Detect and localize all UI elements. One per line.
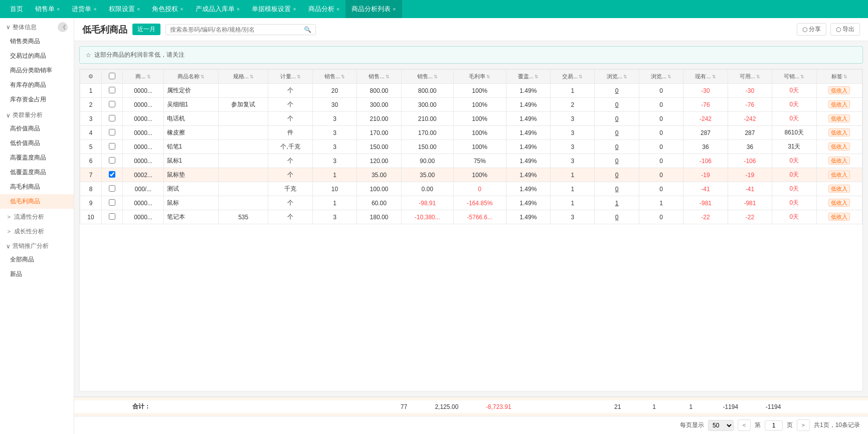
nav-purchase-close[interactable]: ×: [93, 6, 96, 12]
nav-template-close[interactable]: ×: [293, 6, 296, 12]
row-tag: 低收入: [816, 140, 862, 154]
page-label: 第: [755, 421, 761, 429]
sidebar-collapse-btn[interactable]: 《: [58, 22, 68, 32]
col-gross-margin[interactable]: 毛利率⇅: [453, 70, 506, 84]
row-view1[interactable]: 0: [595, 182, 639, 196]
row-checkbox[interactable]: [102, 210, 123, 224]
nav-template-settings[interactable]: 单据模板设置 ×: [246, 0, 302, 18]
col-tag[interactable]: 标签⇅: [816, 70, 862, 84]
row-checkbox[interactable]: [102, 140, 123, 154]
sidebar-item-all-goods[interactable]: 全部商品: [0, 252, 74, 267]
nav-purchase[interactable]: 进货单 ×: [66, 0, 102, 18]
sidebar-group-marketing[interactable]: ∨ 营销推广分析: [0, 238, 74, 252]
select-all-checkbox[interactable]: [109, 73, 115, 79]
date-filter-button[interactable]: 近一月: [132, 24, 160, 35]
row-saleable: 0天: [772, 168, 816, 182]
sidebar-item-sales-goods[interactable]: 销售类商品: [0, 34, 74, 49]
sidebar-item-low-coverage[interactable]: 低覆盖度商品: [0, 165, 74, 180]
row-index: 7: [80, 168, 102, 182]
row-checkbox[interactable]: [102, 182, 123, 196]
nav-sales-close[interactable]: ×: [57, 6, 60, 12]
export-button[interactable]: ⬡ 导出: [830, 23, 860, 36]
col-available[interactable]: 可用...⇅: [728, 70, 772, 84]
nav-product-analysis[interactable]: 商品分析 ×: [302, 0, 345, 18]
row-view1[interactable]: 0: [595, 84, 639, 98]
row-view1[interactable]: 0: [595, 140, 639, 154]
nav-roles[interactable]: 角色授权 ×: [146, 0, 189, 18]
sidebar-item-low-value[interactable]: 低价值商品: [0, 136, 74, 151]
row-checkbox[interactable]: [102, 126, 123, 140]
prev-page-btn[interactable]: ＜: [738, 419, 751, 431]
nav-analysis-close[interactable]: ×: [336, 6, 339, 12]
nav-sales[interactable]: 销售单 ×: [29, 0, 66, 18]
sidebar-group-overall[interactable]: ∨ 整体信息 《: [0, 18, 74, 34]
nav-analysis-list[interactable]: 商品分析列表 ×: [345, 0, 402, 18]
per-page-select[interactable]: 50 100 200: [708, 420, 734, 431]
totals-available: -1194: [752, 400, 794, 413]
row-view1[interactable]: 0: [595, 112, 639, 126]
sidebar-item-low-margin[interactable]: 低毛利商品: [0, 194, 74, 209]
col-coverage[interactable]: 覆盖...⇅: [506, 70, 550, 84]
search-icon[interactable]: 🔍: [304, 26, 311, 33]
current-page-input[interactable]: [765, 420, 783, 430]
nav-product-entry[interactable]: 产成品入库单 ×: [190, 0, 246, 18]
nav-roles-close[interactable]: ×: [180, 6, 183, 12]
sidebar-group-growth[interactable]: ＞ 成长性分析: [0, 223, 74, 238]
sidebar-item-stocked-goods[interactable]: 有库存的商品: [0, 78, 74, 92]
row-trade: 3: [551, 210, 595, 224]
row-checkbox[interactable]: [102, 112, 123, 126]
table-row: 2 0000... 吴细细1 参加复试 个 30 300.00 300.00 1…: [80, 98, 862, 112]
sidebar-item-capital[interactable]: 库存资金占用: [0, 92, 74, 107]
sidebar-item-traded-goods[interactable]: 交易过的商品: [0, 49, 74, 63]
search-input[interactable]: [170, 26, 302, 33]
nav-permissions-close[interactable]: ×: [137, 6, 140, 12]
row-checkbox[interactable]: [102, 154, 123, 168]
nav-home[interactable]: 首页: [4, 0, 29, 18]
row-spec: [218, 84, 268, 98]
nav-product-entry-close[interactable]: ×: [237, 6, 240, 12]
col-unit[interactable]: 计量...⇅: [268, 70, 312, 84]
table-row: 7 0002... 鼠标垫 个 1 35.00 35.00 100% 1.49%…: [80, 168, 862, 182]
row-view1[interactable]: 0: [595, 154, 639, 168]
warning-banner: ☆ 这部分商品的利润非常低，请关注: [79, 46, 863, 64]
row-spec: [218, 182, 268, 196]
col-sale-amount[interactable]: 销售...⇅: [401, 70, 453, 84]
row-checkbox[interactable]: [102, 168, 123, 182]
row-code: 0000...: [123, 84, 163, 98]
row-checkbox[interactable]: [102, 98, 123, 112]
col-current-stock[interactable]: 现有...⇅: [683, 70, 728, 84]
row-view1[interactable]: 0: [595, 126, 639, 140]
col-view2[interactable]: 浏览...⇅: [639, 70, 683, 84]
sidebar-item-high-value[interactable]: 高价值商品: [0, 121, 74, 136]
sidebar-group-cluster[interactable]: ∨ 类群量分析: [0, 107, 74, 121]
row-view1[interactable]: 0: [595, 168, 639, 182]
sidebar-item-high-margin[interactable]: 高毛利商品: [0, 180, 74, 194]
row-checkbox[interactable]: [102, 84, 123, 98]
row-sale-qty: 3: [312, 140, 357, 154]
nav-permissions[interactable]: 权限设置 ×: [103, 0, 146, 18]
col-checkbox[interactable]: [102, 70, 123, 84]
col-gear[interactable]: ⚙: [80, 70, 102, 84]
col-view1[interactable]: 浏览...⇅: [595, 70, 639, 84]
next-page-btn[interactable]: ＞: [797, 419, 810, 431]
col-sale-price[interactable]: 销售...⇅: [357, 70, 401, 84]
sidebar-item-category-rate[interactable]: 商品分类助销率: [0, 63, 74, 78]
share-button[interactable]: ⬡ 分享: [797, 23, 826, 36]
row-checkbox[interactable]: [102, 196, 123, 210]
row-view1[interactable]: 1: [595, 196, 639, 210]
row-view1[interactable]: 0: [595, 210, 639, 224]
nav-analysis-list-close[interactable]: ×: [393, 6, 396, 12]
col-name[interactable]: 商品名称⇅: [163, 70, 218, 84]
col-sale-qty[interactable]: 销售...⇅: [312, 70, 357, 84]
sidebar-item-new-goods[interactable]: 新品: [0, 267, 74, 281]
sidebar-group-circulation[interactable]: ＞ 流通性分析: [0, 209, 74, 223]
row-gross-margin: -164.85%: [453, 196, 506, 210]
col-spec[interactable]: 规格...⇅: [218, 70, 268, 84]
col-code[interactable]: 商...⇅: [123, 70, 163, 84]
row-sale-qty: 10: [312, 182, 357, 196]
row-sale-amount: 90.00: [401, 154, 453, 168]
row-view1[interactable]: 0: [595, 98, 639, 112]
sidebar-item-high-coverage[interactable]: 高覆盖度商品: [0, 151, 74, 165]
col-trade[interactable]: 交易...⇅: [551, 70, 595, 84]
col-saleable[interactable]: 可销...⇅: [772, 70, 816, 84]
